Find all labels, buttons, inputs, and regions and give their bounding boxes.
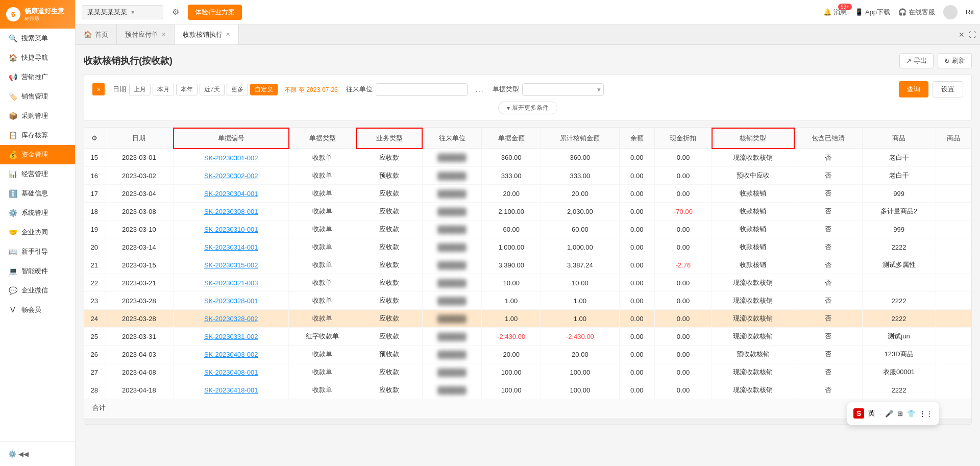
cell-include_settled: 否 <box>794 256 862 274</box>
bill-no-link[interactable]: SK-20230301-002 <box>204 154 258 162</box>
sidebar-settings-btn[interactable]: ⚙️ ◀◀ <box>0 446 75 462</box>
tab-prepay-close[interactable]: ✕ <box>161 31 166 38</box>
filter-expand-btn[interactable]: » <box>92 83 105 95</box>
sidebar-item-guide[interactable]: 📖 新手引导 <box>0 242 75 261</box>
horizontal-scrollbar[interactable] <box>84 418 971 424</box>
table-row: 182023-03-08SK-20230308-001收款单应收款██████2… <box>84 203 971 220</box>
bill-no-link[interactable]: SK-20230403-002 <box>204 351 258 358</box>
cell-bill_no[interactable]: SK-20230331-002 <box>174 328 289 346</box>
notification-btn[interactable]: 🔔 消息 99+ <box>823 8 847 17</box>
bill-no-link[interactable]: SK-20230321-003 <box>204 279 258 287</box>
bill-no-link[interactable]: SK-20230302-002 <box>204 172 258 180</box>
tab-receipt-cancel[interactable]: 收款核销执行 ✕ <box>175 24 239 44</box>
bill-no-link[interactable]: SK-20230328-002 <box>204 315 258 323</box>
table-row: 222023-03-21SK-20230321-003收款单应收款██████1… <box>84 274 971 292</box>
sidebar-item-label: 库存核算 <box>21 131 48 140</box>
bill-no-link[interactable]: SK-20230308-001 <box>204 208 258 215</box>
bill-no-link[interactable]: SK-20230418-001 <box>204 386 258 394</box>
sidebar-item-search[interactable]: 🔍 搜索菜单 <box>0 29 75 48</box>
sidebar-item-operation[interactable]: 📊 经营管理 <box>0 164 75 184</box>
sidebar-item-system[interactable]: ⚙️ 系统管理 <box>0 203 75 223</box>
user-avatar[interactable] <box>943 5 958 19</box>
online-service-btn[interactable]: 🎧 在线客服 <box>898 8 935 17</box>
sidebar-item-cooperation[interactable]: 🤝 企业协同 <box>0 223 75 242</box>
home-tab-icon: 🏠 <box>84 31 92 38</box>
tab-close-all-icon[interactable]: ✕ <box>959 31 965 39</box>
footer-label: 合计 <box>84 399 971 417</box>
sidebar-item-basic[interactable]: ℹ️ 基础信息 <box>0 184 75 203</box>
sidebar-item-sales[interactable]: 🏷️ 销售管理 <box>0 87 75 106</box>
cell-bill_no[interactable]: SK-20230321-003 <box>174 274 289 292</box>
bill-no-link[interactable]: SK-20230310-001 <box>204 226 258 233</box>
tab-home[interactable]: 🏠 首页 <box>76 24 117 44</box>
refresh-btn[interactable]: ↻ 刷新 <box>938 53 972 68</box>
sidebar-item-purchase[interactable]: 📦 采购管理 <box>0 106 75 126</box>
sidebar-item-inventory[interactable]: 📋 库存核算 <box>0 126 75 145</box>
bill-no-link[interactable]: SK-20230331-002 <box>204 333 258 340</box>
cell-bill_no[interactable]: SK-20230314-001 <box>174 238 289 256</box>
cell-bill_type: 收款单 <box>289 310 356 328</box>
filter-dots: ... <box>476 86 484 93</box>
bill-no-link[interactable]: SK-20230408-001 <box>204 369 258 376</box>
sidebar-item-quick-nav[interactable]: 🏠 快捷导航 <box>0 48 75 67</box>
sidebar-item-label: 企业微信 <box>21 286 48 295</box>
member-icon: V <box>8 305 17 314</box>
bill-no-link[interactable]: SK-20230304-001 <box>204 190 258 198</box>
cell-bill_no[interactable]: SK-20230301-002 <box>174 149 289 167</box>
date-last-month-btn[interactable]: 上月 <box>129 84 151 95</box>
cell-cash_discount: 0.00 <box>654 328 712 346</box>
cell-amount: 1.00 <box>482 310 541 328</box>
date-this-month-btn[interactable]: 本月 <box>153 84 174 95</box>
tab-receipt-cancel-close[interactable]: ✕ <box>226 31 230 38</box>
sidebar-item-finance[interactable]: 💰 资金管理 <box>0 145 75 164</box>
cell-bill_no[interactable]: SK-20230403-002 <box>174 346 289 363</box>
workspace-selector[interactable]: 某某某某某某 ▾ <box>82 5 163 19</box>
gear-btn[interactable]: ⚙ <box>167 4 184 20</box>
cell-product: 2222 <box>862 310 936 328</box>
sidebar-item-member[interactable]: V 畅会员 <box>0 300 75 320</box>
cell-bill_no[interactable]: SK-20230315-002 <box>174 256 289 274</box>
export-label: 导出 <box>914 56 927 65</box>
filter-more-row: ▾ 展开更多条件 <box>92 102 963 114</box>
cell-bill_no[interactable]: SK-20230418-001 <box>174 381 289 399</box>
cell-bill_no[interactable]: SK-20230328-001 <box>174 292 289 310</box>
expand-more-btn[interactable]: ▾ 展开更多条件 <box>498 102 557 114</box>
cell-bill_type: 收款单 <box>289 238 356 256</box>
bill-no-link[interactable]: SK-20230328-001 <box>204 297 258 305</box>
solution-btn[interactable]: 体验行业方案 <box>188 5 242 20</box>
cell-bill_no[interactable]: SK-20230302-002 <box>174 167 289 185</box>
date-last-7days-btn[interactable]: 近7天 <box>200 84 225 95</box>
bill-no-link[interactable]: SK-20230314-001 <box>204 243 258 251</box>
date-more-btn[interactable]: 更多 <box>227 84 248 95</box>
cell-bill_no[interactable]: SK-20230408-001 <box>174 363 289 381</box>
date-this-year-btn[interactable]: 本年 <box>176 84 198 95</box>
date-custom-btn[interactable]: 自定义 <box>250 84 278 95</box>
partner-input[interactable] <box>376 83 468 96</box>
bill-type-select[interactable] <box>522 83 604 96</box>
sidebar-item-hardware[interactable]: 💻 智能硬件 <box>0 261 75 281</box>
cell-biz_type: 应收款 <box>356 185 422 203</box>
table-row: 252023-03-31SK-20230331-002红字收款单应收款█████… <box>84 328 971 346</box>
topbar: 某某某某某某 ▾ ⚙ 体验行业方案 🔔 消息 99+ 📱 App下载 🎧 在线客… <box>76 0 980 24</box>
tab-prepay[interactable]: 预付应付单 ✕ <box>117 24 175 44</box>
cell-bill_no[interactable]: SK-20230308-001 <box>174 203 289 220</box>
cell-product2 <box>936 203 971 220</box>
cell-bill_no[interactable]: SK-20230304-001 <box>174 185 289 203</box>
table-row: 282023-04-18SK-20230418-001收款单应收款██████1… <box>84 381 971 399</box>
app-download-btn[interactable]: 📱 App下载 <box>855 8 890 17</box>
sidebar-item-label: 资金管理 <box>21 150 48 159</box>
settings-filter-btn[interactable]: 设置 <box>933 81 963 97</box>
partner-label: 往来单位 <box>346 85 373 94</box>
cell-bill_no[interactable]: SK-20230328-002 <box>174 310 289 328</box>
cell-cancel_amount: 20.00 <box>541 185 619 203</box>
sidebar-item-marketing[interactable]: 📢 营销推广 <box>0 67 75 87</box>
tab-maximize-icon[interactable]: ⛶ <box>969 31 976 39</box>
export-btn[interactable]: ↗ 导出 <box>899 53 934 68</box>
content-area: 收款核销执行(按收款) ↗ 导出 ↻ 刷新 » 日期 上月 <box>76 45 980 466</box>
query-btn[interactable]: 查询 <box>899 81 928 97</box>
bill-no-link[interactable]: SK-20230315-002 <box>204 261 258 269</box>
sidebar-item-wechat[interactable]: 💬 企业微信 <box>0 281 75 300</box>
cell-bill_no[interactable]: SK-20230310-001 <box>174 220 289 238</box>
cell-cancel_amount: 10.00 <box>541 274 619 292</box>
cell-partner: ██████ <box>422 363 482 381</box>
